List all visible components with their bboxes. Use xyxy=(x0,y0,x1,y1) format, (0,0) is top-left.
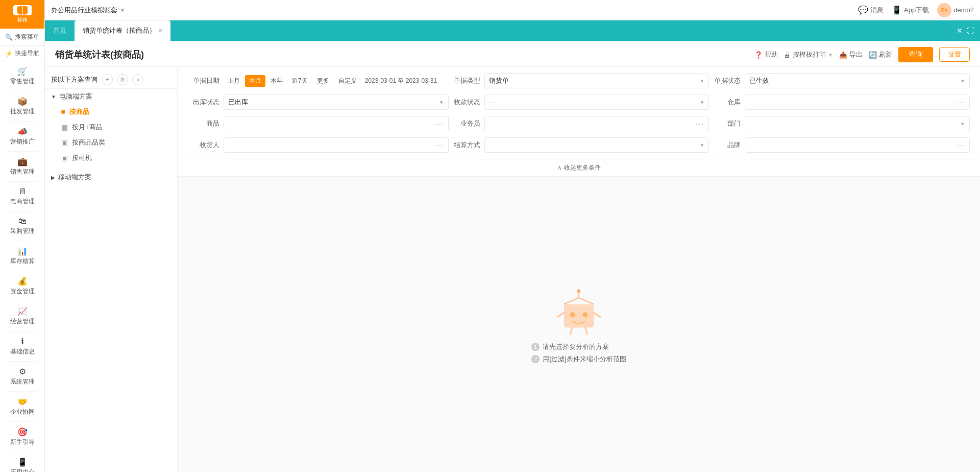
warehouse-input[interactable]: ··· xyxy=(745,95,970,110)
sidebar-item-wholesale[interactable]: 📦批发管理 xyxy=(8,91,37,122)
app-download-label: App下载 xyxy=(904,6,929,15)
recipient-input[interactable]: ··· xyxy=(224,137,449,153)
sidebar-item-basic[interactable]: ℹ基础信息 xyxy=(8,332,37,362)
sidebar-item-label: 系统管理 xyxy=(10,377,35,386)
date-range-display: 2023-03-01 至 2023-03-31 xyxy=(365,77,437,85)
doc-type-label: 单据类型 xyxy=(449,76,484,85)
sidebar-item-inventory[interactable]: 📊库存核算 xyxy=(8,241,37,271)
refresh-btn[interactable]: 🔄 刷新 xyxy=(869,50,892,59)
enterprise-icon: 🤝 xyxy=(17,397,28,407)
doc-type-input[interactable]: 销货单 ▼ xyxy=(484,73,709,88)
product-label: 商品 xyxy=(188,119,224,128)
sidebar-item-guide[interactable]: 🎯新手引导 xyxy=(8,422,37,452)
search-icon: 🔍 xyxy=(5,34,13,41)
tab-close-btn[interactable]: ✕ xyxy=(957,27,963,35)
svg-rect-0 xyxy=(564,304,594,328)
tab-expand-btn[interactable]: ⛶ xyxy=(967,27,974,35)
tab-active[interactable]: 销货单统计表（按商品） × xyxy=(75,20,170,41)
date-tabs: 上月 本月 本年 近7天 更多 自定义 xyxy=(224,75,361,87)
export-btn[interactable]: 📤 导出 xyxy=(839,50,863,59)
scheme-collapse-btn[interactable]: « xyxy=(132,74,143,85)
outbound-status-label: 出库状态 xyxy=(188,98,224,107)
scheme-category-desktop[interactable]: ▼ 电脑端方案 xyxy=(45,89,177,104)
category-label: 电脑端方案 xyxy=(59,92,92,101)
payment-status-input[interactable]: ··· ▼ xyxy=(484,95,709,110)
sidebar-item-ecommerce[interactable]: 🖥电商管理 xyxy=(8,182,37,211)
tab-close-icon[interactable]: × xyxy=(159,27,162,34)
doc-status-input[interactable]: 已生效 ▼ xyxy=(745,73,970,88)
date-tab-last-month[interactable]: 上月 xyxy=(224,75,244,87)
scheme-settings-btn[interactable]: ⚙ xyxy=(117,74,128,85)
expand-arrow-icon: ▼ xyxy=(51,94,56,100)
filter-field-doc-status: 单据状态 已生效 ▼ xyxy=(709,73,970,88)
doc-status-label: 单据状态 xyxy=(709,76,745,85)
active-dot-icon xyxy=(61,110,65,114)
quick-nav[interactable]: ⚡ 快捷导航 xyxy=(0,46,44,61)
scheme-add-btn[interactable]: + xyxy=(102,74,113,85)
template-print-btn[interactable]: 🖨 按模板打印 ▼ xyxy=(784,50,833,59)
filter-row-4: 收货人 ··· 结算方式 ▼ xyxy=(188,137,970,153)
sidebar-item-apps[interactable]: 📱应用中心 xyxy=(8,452,37,472)
topbar-dropdown-icon[interactable]: ▼ xyxy=(119,7,126,14)
template-print-arrow[interactable]: ▼ xyxy=(828,52,833,58)
scheme-item-by-product[interactable]: 按商品 xyxy=(45,104,177,120)
scheme-category-mobile[interactable]: ▶ 移动端方案 xyxy=(45,170,177,185)
right-panel: 单据日期 上月 本月 本年 近7天 更多 自定义 20 xyxy=(178,67,980,472)
user-profile[interactable]: Ea demo2 xyxy=(937,3,974,17)
message-icon: 💬 xyxy=(858,5,868,15)
app-download-action[interactable]: 📱 App下载 xyxy=(892,5,929,15)
date-tab-this-month[interactable]: 本月 xyxy=(245,75,265,87)
query-btn[interactable]: 查询 xyxy=(898,47,933,62)
scheme-item-by-cashregister[interactable]: ▣ 按司机 xyxy=(45,150,177,166)
tip-text-1: 请先选择要分析的方案 xyxy=(543,342,609,351)
search-label: 搜索菜单 xyxy=(15,33,39,41)
export-icon: 📤 xyxy=(839,51,847,59)
department-input[interactable]: ▼ xyxy=(745,116,970,131)
sidebar-item-system[interactable]: ⚙系统管理 xyxy=(8,362,37,392)
sidebar-item-sales[interactable]: 💼销售管理 xyxy=(8,152,37,182)
sidebar-item-label: 零售管理 xyxy=(10,77,35,86)
date-tab-this-year[interactable]: 本年 xyxy=(266,75,287,87)
scheme-item-label: 按商品品类 xyxy=(72,138,105,147)
payment-method-input[interactable]: ▼ xyxy=(484,137,709,153)
ecommerce-icon: 🖥 xyxy=(18,187,27,196)
retail-icon: 🛒 xyxy=(17,66,28,76)
date-tab-custom[interactable]: 自定义 xyxy=(334,75,361,87)
scheme-item-by-category[interactable]: ▣ 按商品品类 xyxy=(45,135,177,150)
tab-home[interactable]: 首页 xyxy=(45,20,75,41)
sidebar-item-label: 批发管理 xyxy=(10,107,35,116)
scheme-item-by-month-product[interactable]: ▦ 按月+商品 xyxy=(45,120,177,135)
settings-btn[interactable]: 设置 xyxy=(939,48,970,62)
date-tab-more[interactable]: 更多 xyxy=(313,75,333,87)
tab-home-label: 首页 xyxy=(53,26,66,35)
filter-field-doc-type: 单据类型 销货单 ▼ xyxy=(449,73,709,88)
sidebar-item-label: 应用中心 xyxy=(10,468,35,472)
product-input[interactable]: ··· xyxy=(224,116,449,131)
collapse-bar[interactable]: ∧ 收起更多条件 xyxy=(178,159,980,177)
salesperson-input[interactable]: ··· xyxy=(484,116,709,131)
sidebar-item-finance[interactable]: 💰资金管理 xyxy=(8,271,37,301)
svg-point-2 xyxy=(583,312,588,317)
filter-field-payment-status: 收款状态 ··· ▼ xyxy=(449,95,709,110)
outbound-status-input[interactable]: 已出库 ▼ xyxy=(224,95,449,110)
sidebar-item-enterprise[interactable]: 🤝企业协同 xyxy=(8,392,37,422)
purchase-icon: 🛍 xyxy=(18,217,27,226)
message-action[interactable]: 💬 消息 xyxy=(858,5,884,15)
payment-method-label: 结算方式 xyxy=(449,140,484,150)
sidebar-item-operations[interactable]: 📈经营管理 xyxy=(8,301,37,332)
recipient-label: 收货人 xyxy=(188,140,224,150)
svg-line-8 xyxy=(585,327,587,334)
wholesale-icon: 📦 xyxy=(17,97,28,106)
sidebar-item-retail[interactable]: 🛒零售管理 xyxy=(8,61,37,91)
sidebar-item-purchase[interactable]: 🛍采购管理 xyxy=(8,211,37,241)
help-btn[interactable]: ❓ 帮助 xyxy=(754,50,778,59)
marketing-icon: 📣 xyxy=(17,127,28,136)
payment-status-dots: ··· xyxy=(489,98,498,106)
brand-input[interactable]: ··· xyxy=(745,137,970,153)
scheme-panel: 按以下方案查询 + ⚙ « ▼ 电脑端方案 xyxy=(45,67,178,472)
date-tab-7days[interactable]: 近7天 xyxy=(288,75,312,87)
search-menu[interactable]: 🔍 搜索菜单 xyxy=(0,29,44,46)
doc-status-arrow-icon: ▼ xyxy=(960,78,965,84)
sidebar-item-marketing[interactable]: 📣营销推广 xyxy=(8,122,37,152)
operations-icon: 📈 xyxy=(17,306,28,316)
